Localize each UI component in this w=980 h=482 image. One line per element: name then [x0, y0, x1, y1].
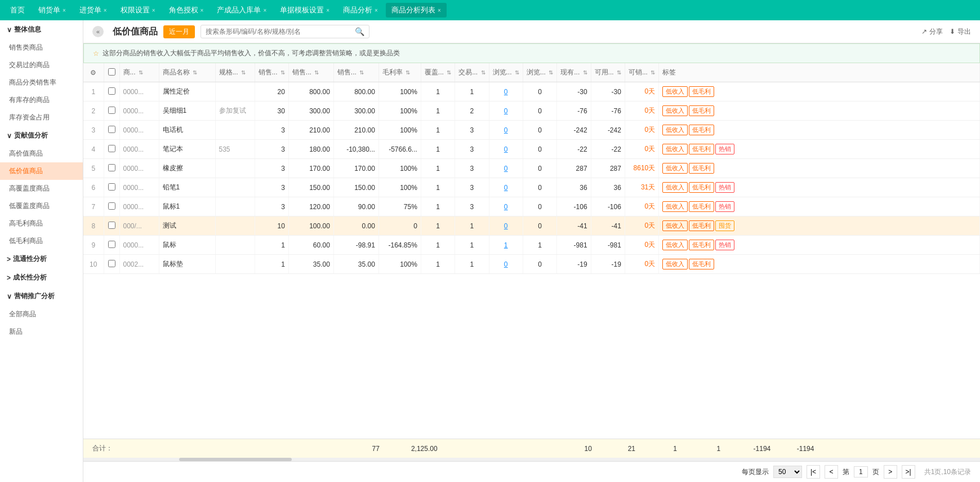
sidebar-section-circulation[interactable]: > 流通性分析 — [0, 250, 83, 268]
nav-purchase-order[interactable]: 进货单 × — [74, 3, 113, 17]
row-view1[interactable]: 0 — [489, 197, 523, 216]
nav-product-analysis[interactable]: 商品分析 × — [337, 3, 384, 17]
sidebar-item-sales-products[interactable]: 销售类商品 — [0, 39, 83, 56]
col-available[interactable]: 可用... ⇅ — [591, 63, 625, 82]
row-view1[interactable]: 0 — [489, 159, 523, 178]
sidebar-item-traded-products[interactable]: 交易过的商品 — [0, 56, 83, 74]
row-view1[interactable]: 1 — [489, 236, 523, 255]
row-checkbox-cell[interactable] — [104, 216, 119, 236]
row-checkbox[interactable] — [108, 145, 115, 152]
row-checkbox[interactable] — [108, 222, 115, 229]
row-checkbox[interactable] — [108, 260, 115, 267]
col-coverage[interactable]: 覆盖... ⇅ — [421, 63, 455, 82]
info-icon: ☆ — [93, 50, 99, 58]
nav-close-product-analysis[interactable]: × — [375, 7, 378, 14]
row-view1[interactable]: 0 — [489, 101, 523, 121]
row-checkbox[interactable] — [108, 241, 115, 248]
row-checkbox-cell[interactable] — [104, 121, 119, 140]
col-name[interactable]: 商品名称 ⇅ — [159, 63, 215, 82]
nav-close-template-settings[interactable]: × — [326, 7, 329, 14]
sidebar-section-contribution[interactable]: ∨ 贡献值分析 — [0, 126, 83, 145]
row-checkbox-cell[interactable] — [104, 197, 119, 216]
row-view1[interactable]: 0 — [489, 216, 523, 236]
row-checkbox[interactable] — [108, 107, 115, 114]
sidebar-item-low-value[interactable]: 低价值商品 — [0, 162, 83, 180]
row-checkbox-cell[interactable] — [104, 255, 119, 274]
sidebar-item-high-coverage[interactable]: 高覆盖度商品 — [0, 180, 83, 197]
sidebar-section-growth[interactable]: > 成长性分析 — [0, 268, 83, 287]
nav-close-product-storage[interactable]: × — [263, 7, 266, 14]
collapse-sidebar-btn[interactable]: « — [92, 26, 104, 37]
row-checkbox[interactable] — [108, 126, 115, 133]
sidebar-section-marketing[interactable]: ∨ 营销推广分析 — [0, 287, 83, 306]
sidebar-item-high-value[interactable]: 高价值商品 — [0, 145, 83, 162]
row-checkbox-cell[interactable] — [104, 159, 119, 178]
nav-sales-order[interactable]: 销货单 × — [33, 3, 72, 17]
row-checkbox-cell[interactable] — [104, 140, 119, 159]
col-sales2[interactable]: 销售... ⇅ — [288, 63, 333, 82]
nav-home[interactable]: 首页 — [5, 3, 30, 17]
sidebar-item-low-coverage[interactable]: 低覆盖度商品 — [0, 197, 83, 215]
page-size-select[interactable]: 50 100 — [773, 466, 802, 478]
nav-role-auth[interactable]: 角色授权 × — [163, 3, 210, 17]
col-spec[interactable]: 规格... ⇅ — [215, 63, 255, 82]
col-sales3[interactable]: 销售... ⇅ — [333, 63, 378, 82]
col-settings[interactable]: ⚙ — [83, 63, 104, 82]
row-checkbox[interactable] — [108, 202, 115, 210]
nav-template-settings[interactable]: 单据模板设置 × — [274, 3, 335, 17]
nav-close-product-analysis-list[interactable]: × — [438, 7, 441, 14]
row-view1[interactable]: 0 — [489, 121, 523, 140]
sidebar-item-high-margin[interactable]: 高毛利商品 — [0, 215, 83, 232]
row-view1[interactable]: 0 — [489, 178, 523, 197]
row-view1[interactable]: 0 — [489, 255, 523, 274]
nav-close-permission-settings[interactable]: × — [152, 7, 155, 14]
row-checkbox[interactable] — [108, 183, 115, 191]
col-sales1[interactable]: 销售... ⇅ — [255, 63, 288, 82]
prev-page-btn[interactable]: < — [825, 465, 838, 479]
search-input[interactable] — [206, 28, 355, 36]
row-sellable: 0天 — [625, 140, 658, 159]
filter-recent-month-btn[interactable]: 近一月 — [163, 25, 195, 38]
row-checkbox[interactable] — [108, 87, 115, 95]
col-sellable[interactable]: 可销... ⇅ — [625, 63, 658, 82]
col-margin[interactable]: 毛利率 ⇅ — [378, 63, 421, 82]
row-checkbox-cell[interactable] — [104, 236, 119, 255]
row-checkbox-cell[interactable] — [104, 101, 119, 121]
sidebar-section-overview[interactable]: ∨ 整体信息 — [0, 20, 83, 39]
nav-close-role-auth[interactable]: × — [201, 7, 204, 14]
row-view1[interactable]: 0 — [489, 82, 523, 101]
row-checkbox-cell[interactable] — [104, 178, 119, 197]
col-tags[interactable]: 标签 — [659, 63, 980, 82]
horizontal-scrollbar[interactable] — [83, 458, 980, 461]
col-checkbox-all[interactable] — [104, 63, 119, 82]
export-btn[interactable]: ⬇ 导出 — [950, 27, 971, 37]
last-page-btn[interactable]: >| — [902, 465, 915, 479]
share-btn[interactable]: ↗ 分享 — [921, 27, 943, 37]
col-view2[interactable]: 浏览... ⇅ — [523, 63, 556, 82]
select-all-checkbox[interactable] — [108, 68, 115, 76]
nav-close-sales-order[interactable]: × — [63, 7, 66, 14]
sidebar-item-new-products[interactable]: 新品 — [0, 323, 83, 341]
nav-product-storage[interactable]: 产成品入库单 × — [211, 3, 272, 17]
sidebar-item-low-margin[interactable]: 低毛利商品 — [0, 232, 83, 250]
row-view1[interactable]: 0 — [489, 140, 523, 159]
scrollbar-thumb[interactable] — [179, 458, 292, 461]
sidebar-item-all-products[interactable]: 全部商品 — [0, 306, 83, 323]
col-current[interactable]: 现有... ⇅ — [557, 63, 591, 82]
row-checkbox-cell[interactable] — [104, 82, 119, 101]
sidebar-item-stocked-products[interactable]: 有库存的商品 — [0, 91, 83, 109]
col-view1[interactable]: 浏览... ⇅ — [489, 63, 523, 82]
row-tags: 低收入低毛利热销 — [659, 197, 980, 216]
search-icon[interactable]: 🔍 — [355, 27, 364, 36]
nav-product-analysis-list[interactable]: 商品分析列表 × — [386, 3, 447, 17]
row-checkbox[interactable] — [108, 164, 115, 171]
sidebar-item-inventory-capital[interactable]: 库存资金占用 — [0, 109, 83, 126]
first-page-btn[interactable]: |< — [807, 465, 820, 479]
sidebar-item-category-sales-rate[interactable]: 商品分类销售率 — [0, 74, 83, 91]
nav-close-purchase-order[interactable]: × — [104, 7, 107, 14]
col-transaction[interactable]: 交易... ⇅ — [455, 63, 489, 82]
col-code[interactable]: 商... ⇅ — [119, 63, 159, 82]
row-margin: 100% — [378, 101, 421, 121]
next-page-btn[interactable]: > — [884, 465, 897, 479]
nav-permission-settings[interactable]: 权限设置 × — [115, 3, 161, 17]
